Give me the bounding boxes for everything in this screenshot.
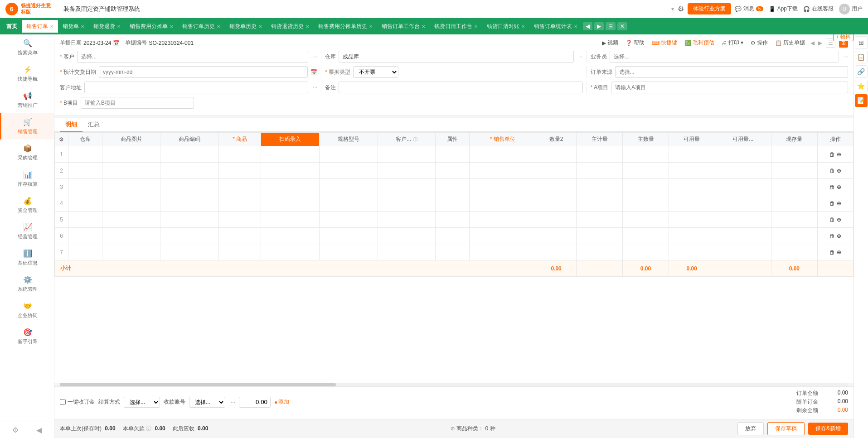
row-attr-5[interactable]: [436, 212, 470, 228]
copy-icon[interactable]: ⊕: [837, 168, 841, 174]
tab-return-history[interactable]: 销货退货历史 ✕: [267, 20, 314, 33]
tab-sales-bill-history[interactable]: 销货单历史 ✕: [225, 20, 267, 33]
delete-icon[interactable]: 🗑: [829, 151, 835, 158]
tab-summary[interactable]: 汇总: [82, 118, 105, 132]
customer-input[interactable]: [77, 51, 308, 63]
row-code-1[interactable]: [160, 146, 219, 163]
row-spec-6[interactable]: [319, 228, 378, 244]
app-download-item[interactable]: 📱 App下载: [769, 5, 798, 13]
row-main-qty-6[interactable]: [623, 228, 669, 244]
tab-order-workbench[interactable]: 销售订单工作台 ✕: [377, 20, 430, 33]
row-attr-3[interactable]: [436, 179, 470, 195]
row-main-qty-1[interactable]: [623, 146, 669, 163]
next-record-btn[interactable]: ▶: [818, 40, 822, 46]
save-new-button[interactable]: 保存&新增: [808, 423, 848, 435]
copy-icon[interactable]: ⊕: [837, 217, 841, 223]
row-unit-4[interactable]: [469, 195, 536, 212]
tab-close-icon[interactable]: ✕: [474, 24, 478, 29]
row-current-stock-4[interactable]: [771, 195, 818, 212]
invoice-type-select[interactable]: 不开票: [353, 66, 398, 78]
online-service-item[interactable]: 🎧 在线客服: [803, 5, 834, 13]
one-key-settle-checkbox[interactable]: 一键收订金: [60, 398, 95, 406]
tab-daily-workbench[interactable]: 钱货日清工作台 ✕: [430, 20, 482, 33]
copy-icon[interactable]: ⊕: [837, 249, 841, 255]
add-payment-btn[interactable]: ● 添加: [274, 398, 289, 406]
row-spec-4[interactable]: [319, 195, 378, 212]
print-btn[interactable]: 🖨 打印 ▾: [720, 38, 745, 48]
salesperson-input[interactable]: [610, 51, 839, 63]
delete-icon[interactable]: 🗑: [829, 184, 835, 190]
warehouse-input[interactable]: 成品库: [339, 51, 573, 63]
row-product-4[interactable]: [219, 195, 261, 212]
customer-more-icon[interactable]: ···: [313, 53, 317, 60]
delete-icon[interactable]: 🗑: [829, 168, 835, 174]
sidebar-item-sales[interactable]: 🛒 销售管理: [0, 113, 54, 140]
row-qty2-4[interactable]: [536, 195, 577, 212]
row-available-2[interactable]: [669, 163, 715, 179]
row-warehouse-5[interactable]: [68, 212, 102, 228]
row-attr-6[interactable]: [436, 228, 470, 244]
row-customer-code-4[interactable]: [378, 195, 435, 212]
address-more-icon[interactable]: ···: [313, 84, 317, 91]
row-current-stock-7[interactable]: [771, 244, 818, 260]
row-unit-2[interactable]: [469, 163, 536, 179]
horizontal-scrollbar[interactable]: [60, 383, 848, 386]
history-btn[interactable]: 📋 历史单据: [773, 38, 807, 48]
dropdown-icon[interactable]: ▾: [671, 6, 674, 12]
row-product-1[interactable]: [219, 146, 261, 163]
sidebar-item-system[interactable]: ⚙️ 系统管理: [0, 271, 54, 297]
sidebar-item-guide[interactable]: 🎯 新手引导: [0, 323, 54, 350]
right-panel-btn2[interactable]: 📋: [855, 51, 868, 63]
tab-close-icon[interactable]: ✕: [521, 24, 525, 29]
sidebar-item-management[interactable]: 📈 经营管理: [0, 218, 54, 245]
row-spec-2[interactable]: [319, 163, 378, 179]
row-spec-1[interactable]: [319, 146, 378, 163]
row-attr-7[interactable]: [436, 244, 470, 260]
row-main-qty-3[interactable]: [623, 179, 669, 195]
row-available2-1[interactable]: [715, 146, 771, 163]
row-available2-6[interactable]: [715, 228, 771, 244]
a-project-input[interactable]: [611, 82, 848, 93]
calendar-icon[interactable]: 📅: [113, 40, 120, 46]
row-code-3[interactable]: [160, 179, 219, 195]
row-unit-7[interactable]: [469, 244, 536, 260]
save-draft-button[interactable]: 保存草稿: [767, 422, 805, 435]
col-scan[interactable]: 扫码录入: [261, 133, 320, 146]
settle-method-select[interactable]: 选择...: [124, 397, 160, 408]
row-available2-3[interactable]: [715, 179, 771, 195]
tab-next-btn[interactable]: ▶: [594, 22, 604, 30]
order-source-input[interactable]: [615, 66, 848, 78]
row-scan-1[interactable]: [261, 146, 320, 163]
delivery-calendar-icon[interactable]: 📅: [310, 69, 317, 75]
row-scan-5[interactable]: [261, 212, 320, 228]
tab-expand-btn[interactable]: ⊟: [606, 22, 616, 30]
warehouse-more-icon[interactable]: ···: [578, 53, 583, 60]
row-available-3[interactable]: [669, 179, 715, 195]
row-current-stock-5[interactable]: [771, 212, 818, 228]
delete-icon[interactable]: 🗑: [829, 249, 835, 255]
row-code-6[interactable]: [160, 228, 219, 244]
tab-sales-expense[interactable]: 销售费用分摊单 ✕: [125, 20, 178, 33]
row-qty2-2[interactable]: [536, 163, 577, 179]
row-scan-4[interactable]: [261, 195, 320, 212]
row-qty2-5[interactable]: [536, 212, 577, 228]
profit-btn[interactable]: 💹 毛利预估: [683, 38, 716, 48]
row-customer-code-5[interactable]: [378, 212, 435, 228]
row-spec-7[interactable]: [319, 244, 378, 260]
copy-icon[interactable]: ⊕: [837, 184, 841, 190]
tab-close-icon[interactable]: ✕: [50, 24, 53, 29]
tab-sales-order[interactable]: 销售订单 ✕: [22, 20, 58, 33]
shortcut-key-btn[interactable]: ⌨ 快捷键: [650, 38, 679, 48]
remarks-input[interactable]: [339, 82, 582, 93]
account-select[interactable]: 选择...: [189, 397, 225, 408]
operation-btn[interactable]: ⚙ 操作: [749, 38, 770, 48]
help-btn[interactable]: ❓ 帮助: [624, 38, 646, 48]
tab-close-icon[interactable]: ✕: [258, 24, 262, 29]
row-available-5[interactable]: [669, 212, 715, 228]
row-main-unit-7[interactable]: [577, 244, 623, 260]
sidebar-item-marketing[interactable]: 📢 营销推广: [0, 87, 54, 113]
delivery-date-input[interactable]: [99, 66, 308, 78]
copy-icon[interactable]: ⊕: [837, 200, 841, 207]
salesperson-more-icon[interactable]: ···: [844, 53, 848, 60]
tab-sales-return[interactable]: 销货退货 ✕: [89, 20, 125, 33]
